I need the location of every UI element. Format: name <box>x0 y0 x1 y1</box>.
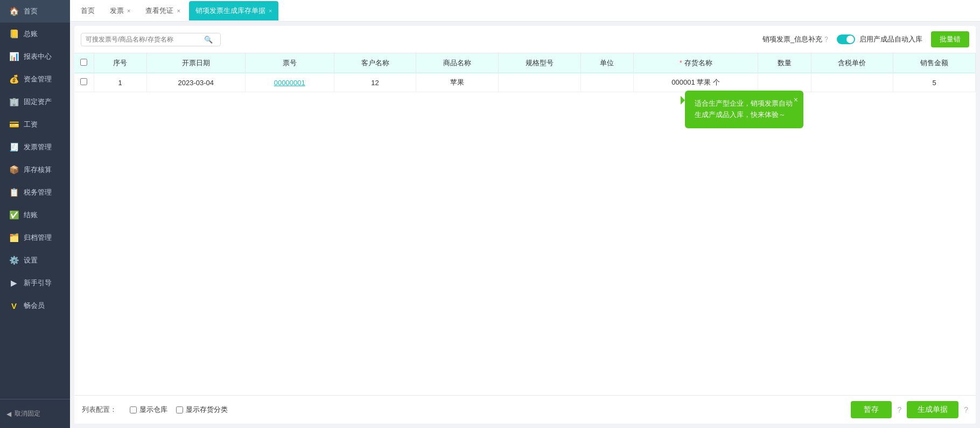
cell-checkbox[interactable] <box>74 73 94 92</box>
sidebar-item-label: 归档管理 <box>24 233 52 243</box>
show-category-option[interactable]: 显示存货分类 <box>176 405 228 415</box>
show-warehouse-option[interactable]: 显示仓库 <box>130 405 167 415</box>
guide-icon: ▶ <box>9 278 19 288</box>
invoices-icon: 🧾 <box>9 142 19 152</box>
col-ticket-no: 票号 <box>245 53 334 73</box>
sidebar-item-label: 新手引导 <box>24 278 52 288</box>
search-box[interactable]: 🔍 <box>81 33 221 46</box>
tab-voucher[interactable]: 查看凭证 × <box>139 1 186 20</box>
sidebar-item-reports[interactable]: 📊 报表中心 <box>0 45 70 68</box>
table-row: 1 2023-03-04 00000001 12 苹果 000001 苹果 个 … <box>74 73 976 92</box>
sidebar-item-label: 畅会员 <box>24 301 45 310</box>
tab-inventory-receipt[interactable]: 销项发票生成库存单据 × <box>189 1 278 20</box>
unpin-icon: ◀ <box>6 410 11 418</box>
bottom-bar: 列表配置： 显示仓库 显示存货分类 暂存 ? 生成单据 ? <box>74 395 976 424</box>
sidebar-item-label: 税务管理 <box>24 188 52 197</box>
cell-seq: 1 <box>94 73 146 92</box>
sidebar-item-label: 资金管理 <box>24 74 52 84</box>
info-label: 销项发票_信息补充 ? <box>762 34 828 44</box>
sidebar-item-label: 设置 <box>24 256 38 265</box>
tab-home[interactable]: 首页 <box>74 1 101 20</box>
col-unit: 单位 <box>580 53 633 73</box>
cell-unit <box>580 73 633 92</box>
generate-button[interactable]: 生成单据 <box>907 401 958 418</box>
search-icon: 🔍 <box>204 36 213 44</box>
tab-invoice-close[interactable]: × <box>127 8 130 14</box>
show-warehouse-label: 显示仓库 <box>139 405 167 415</box>
page-content: 🔍 销项发票_信息补充 ? 启用产成品自动入库 批量错 <box>74 26 976 424</box>
sidebar: 🏠 首页 📒 总账 📊 报表中心 💰 资金管理 🏢 固定资产 💳 工资 🧾 发票… <box>0 0 70 428</box>
sidebar-item-label: 库存核算 <box>24 165 52 175</box>
sidebar-item-archive[interactable]: 🗂️ 归档管理 <box>0 226 70 249</box>
cell-quantity <box>758 73 811 92</box>
select-all-checkbox[interactable] <box>80 59 87 66</box>
col-seq: 序号 <box>94 53 146 73</box>
sidebar-item-label: 首页 <box>24 6 38 16</box>
cell-inventory-name: 000001 苹果 个 <box>634 73 758 92</box>
table-header-row: 序号 开票日期 票号 客户名称 商品名称 规格型号 单位 存货名称 数量 含税单… <box>74 53 976 73</box>
sidebar-item-label: 固定资产 <box>24 97 52 107</box>
sidebar-item-payroll[interactable]: 💳 工资 <box>0 113 70 136</box>
sidebar-item-ledger[interactable]: 📒 总账 <box>0 23 70 45</box>
tab-inventory-receipt-label: 销项发票生成库存单据 <box>195 6 265 16</box>
data-table: 序号 开票日期 票号 客户名称 商品名称 规格型号 单位 存货名称 数量 含税单… <box>74 53 976 92</box>
sidebar-item-label: 总账 <box>24 29 38 39</box>
tab-voucher-close[interactable]: × <box>177 8 180 14</box>
auto-warehouse-toggle[interactable] <box>837 34 855 44</box>
show-warehouse-checkbox[interactable] <box>130 406 137 413</box>
sidebar-item-invoices[interactable]: 🧾 发票管理 <box>0 136 70 158</box>
payroll-icon: 💳 <box>9 120 19 129</box>
settings-icon: ⚙️ <box>9 256 19 265</box>
tab-home-label: 首页 <box>81 6 95 16</box>
sidebar-item-label: 发票管理 <box>24 142 52 152</box>
save-button[interactable]: 暂存 <box>851 401 892 418</box>
sidebar-item-guide[interactable]: ▶ 新手引导 <box>0 272 70 294</box>
sidebar-item-settlement[interactable]: ✅ 结账 <box>0 204 70 226</box>
sidebar-item-label: 报表中心 <box>24 52 52 61</box>
col-unit-price: 含税单价 <box>811 53 893 73</box>
funds-icon: 💰 <box>9 74 19 84</box>
tab-invoice-label: 发票 <box>110 6 124 16</box>
sidebar-item-assets[interactable]: 🏢 固定资产 <box>0 91 70 113</box>
reports-icon: 📊 <box>9 52 19 61</box>
save-help-icon[interactable]: ? <box>897 405 901 414</box>
sidebar-item-vip[interactable]: V 畅会员 <box>0 294 70 317</box>
ticket-no-link[interactable]: 00000001 <box>274 79 305 87</box>
unpin-label: 取消固定 <box>15 409 40 418</box>
cell-customer: 12 <box>334 73 416 92</box>
show-category-label: 显示存货分类 <box>186 405 228 415</box>
sidebar-bottom: ◀ 取消固定 <box>0 399 70 428</box>
tab-invoice[interactable]: 发票 × <box>103 1 137 20</box>
cell-unit-price <box>811 73 893 92</box>
home-icon: 🏠 <box>9 6 19 16</box>
cell-date: 2023-03-04 <box>146 73 245 92</box>
col-spec: 规格型号 <box>499 53 581 73</box>
tab-inventory-receipt-close[interactable]: × <box>269 8 272 14</box>
row-checkbox[interactable] <box>80 78 87 85</box>
batch-button[interactable]: 批量错 <box>931 31 969 47</box>
col-quantity: 数量 <box>758 53 811 73</box>
assets-icon: 🏢 <box>9 97 19 107</box>
main-area: 首页 发票 × 查看凭证 × 销项发票生成库存单据 × 🔍 销项发票_信息补充 <box>70 0 980 428</box>
sidebar-item-inventory[interactable]: 📦 库存核算 <box>0 158 70 181</box>
tooltip-text: 适合生产型企业，销项发票自动生成产成品入库，快来体验～ <box>695 99 793 119</box>
col-goods-name: 商品名称 <box>416 53 499 73</box>
inventory-icon: 📦 <box>9 165 19 175</box>
vip-icon: V <box>9 301 19 310</box>
sidebar-item-home[interactable]: 🏠 首页 <box>0 0 70 23</box>
col-customer: 客户名称 <box>334 53 416 73</box>
cell-goods-name: 苹果 <box>416 73 499 92</box>
sidebar-item-label: 工资 <box>24 120 38 129</box>
sidebar-item-funds[interactable]: 💰 资金管理 <box>0 68 70 91</box>
unpin-button[interactable]: ◀ 取消固定 <box>0 404 70 424</box>
sidebar-item-tax[interactable]: 📋 税务管理 <box>0 181 70 204</box>
sidebar-item-settings[interactable]: ⚙️ 设置 <box>0 249 70 272</box>
cell-amount: 5 <box>893 73 976 92</box>
search-input[interactable] <box>86 36 204 43</box>
cell-ticket-no[interactable]: 00000001 <box>245 73 334 92</box>
tooltip-close-button[interactable]: × <box>794 94 798 106</box>
info-help-icon[interactable]: ? <box>824 36 828 43</box>
generate-help-icon[interactable]: ? <box>964 405 968 414</box>
show-category-checkbox[interactable] <box>176 406 183 413</box>
bottom-right: 暂存 ? 生成单据 ? <box>851 401 968 418</box>
